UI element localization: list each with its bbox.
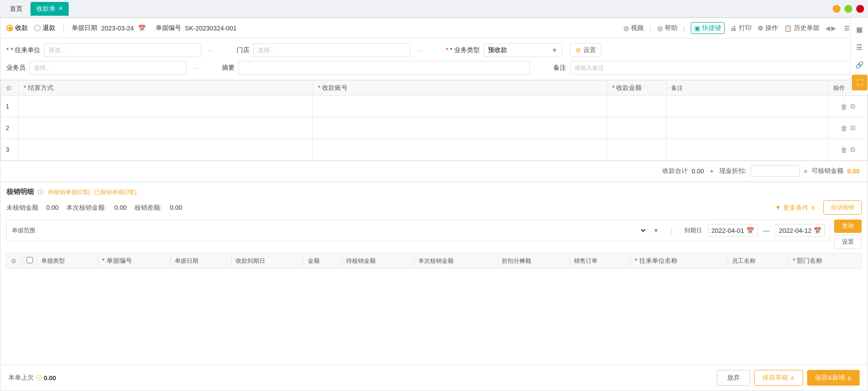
- copy-icon-1[interactable]: ⧉: [850, 102, 855, 111]
- remark-input[interactable]: 请输入备注: [570, 61, 862, 75]
- pending-link[interactable]: 待核销单据(0笔): [48, 188, 90, 196]
- settlement-cell-3[interactable]: [19, 139, 313, 161]
- partner-label: * 往来单位: [6, 46, 40, 55]
- due-date-label: 到期日: [684, 226, 702, 235]
- doc-info: 单据日期 2023-03-24 📅 单据编号 SK-20230324-001: [72, 24, 237, 32]
- save-draft-arrow-icon: ∧: [790, 374, 795, 382]
- row-num-1: 1: [1, 96, 19, 117]
- diff-label: 核销差额:: [135, 203, 162, 212]
- bottom-col-dept: 部门名称: [788, 253, 861, 269]
- receipt-table: ⚙ 结算方式 收款账号 收款金额 备注 操作 1: [0, 80, 868, 161]
- remark-cell-2[interactable]: [666, 117, 828, 139]
- footer-info-icon[interactable]: ⓘ: [36, 374, 42, 382]
- window-minimize-button[interactable]: [833, 5, 841, 13]
- remark-cell-1[interactable]: [666, 96, 828, 117]
- gear-icon[interactable]: ⚙: [6, 84, 12, 92]
- auto-writeoff-button[interactable]: 自动核销: [823, 200, 862, 215]
- date-from-input[interactable]: 2022-04-01 📅: [708, 224, 758, 237]
- calendar-icon[interactable]: 📅: [138, 25, 146, 32]
- toolbar-right: ◎ 视频 | ◎ 帮助 | ▣ 快捷键 🖨 打印 ⚙ 操作 📋: [624, 22, 862, 34]
- video-button[interactable]: ◎ 视频: [624, 24, 644, 32]
- more-conditions-button[interactable]: ▼ 更多条件 ∧: [775, 203, 815, 212]
- row-num-2: 2: [1, 117, 19, 139]
- help-button[interactable]: ◎ 帮助: [657, 24, 678, 32]
- bottom-col-gear[interactable]: ⚙: [7, 253, 23, 269]
- salesman-input[interactable]: 选择...: [29, 61, 187, 75]
- settlement-cell-1[interactable]: [19, 96, 313, 117]
- partner-input[interactable]: 请选...: [44, 43, 201, 57]
- done-link[interactable]: 已核销单据(0笔): [94, 188, 137, 196]
- filter-icon: ▼: [775, 204, 781, 211]
- calendar-from-icon[interactable]: 📅: [746, 227, 754, 234]
- print-button[interactable]: 🖨 打印: [731, 24, 752, 32]
- col-remark: 备注: [666, 81, 828, 96]
- window-maximize-button[interactable]: [844, 5, 852, 13]
- settings-button[interactable]: ⚙ 设置: [570, 43, 601, 57]
- tab-home[interactable]: 首页: [4, 2, 28, 16]
- bottom-col-amount: 金额: [304, 253, 342, 269]
- account-cell-1[interactable]: [313, 96, 607, 117]
- filter-row: 单据范围 ▼ | 到期日 2022-04-01 📅 — 2022-04-12 📅: [6, 220, 830, 241]
- sidebar-table-icon[interactable]: ▦: [852, 22, 868, 37]
- salesman-label: 业务员: [6, 63, 26, 72]
- store-input[interactable]: 选择...: [253, 43, 410, 57]
- select-all-checkbox[interactable]: [27, 257, 33, 263]
- tab-close-icon[interactable]: ✕: [58, 5, 63, 12]
- abandon-button[interactable]: 放弃: [717, 370, 750, 386]
- range-select[interactable]: [41, 226, 647, 234]
- date-separator: —: [763, 227, 770, 234]
- query-button[interactable]: 查询: [834, 220, 862, 233]
- bottom-col-partner: 往来单位名称: [630, 253, 728, 269]
- save-new-button[interactable]: 保存&新增 ∧: [807, 370, 860, 386]
- receipt-radio[interactable]: 收款: [6, 24, 28, 32]
- range-arrow-icon[interactable]: ▼: [653, 227, 659, 234]
- salesman-more-icon[interactable]: ···: [192, 64, 198, 72]
- store-more-icon[interactable]: ···: [416, 46, 422, 54]
- amount-cell-1[interactable]: [607, 96, 666, 117]
- available-label: 可核销金额: [812, 167, 843, 175]
- discount-input[interactable]: [751, 165, 800, 177]
- date-to-input[interactable]: 2022-04-12 📅: [776, 224, 825, 237]
- bottom-col-checkbox: [23, 253, 37, 269]
- calendar-to-icon[interactable]: 📅: [814, 227, 821, 234]
- refund-radio[interactable]: 退款: [34, 24, 55, 32]
- tab-receipt[interactable]: 收款单 ✕: [30, 2, 69, 16]
- bottom-gear-icon[interactable]: ⚙: [11, 257, 17, 265]
- history-button[interactable]: 📋 历史单据: [784, 24, 819, 32]
- summary-input[interactable]: [239, 61, 530, 75]
- bottom-col-doc-num: 单据编号: [98, 253, 171, 269]
- remark-cell-3[interactable]: [666, 139, 828, 161]
- copy-icon-3[interactable]: ⧉: [850, 145, 855, 154]
- account-cell-3[interactable]: [313, 139, 607, 161]
- row-actions-1: 🗑 ⧉: [833, 102, 862, 111]
- store-label: 门店: [237, 46, 249, 55]
- filter-settings-button[interactable]: 设置: [834, 235, 862, 249]
- bottom-col-writeoff: 本次核销金额: [414, 253, 498, 269]
- settlement-cell-2[interactable]: [19, 117, 313, 139]
- table-row: 3 🗑 ⧉: [1, 139, 868, 161]
- amount-cell-2[interactable]: [607, 117, 666, 139]
- summary-label: 摘要: [222, 63, 235, 72]
- nav-right-icon[interactable]: ▶: [831, 25, 836, 32]
- partner-more-icon[interactable]: ···: [207, 46, 213, 54]
- available-value: 0.00: [847, 168, 860, 175]
- shortcut-button[interactable]: ▣ 快捷键: [691, 22, 725, 34]
- writeoff-info-icon[interactable]: ⓘ: [38, 188, 44, 196]
- col-gear[interactable]: ⚙: [1, 81, 19, 96]
- sidebar-expand-icon[interactable]: ⛶: [852, 75, 868, 90]
- delete-icon-3[interactable]: 🗑: [841, 146, 847, 154]
- total-label: 收款合计: [662, 167, 688, 175]
- sidebar-attachment-icon[interactable]: 🔗: [852, 57, 868, 73]
- account-cell-2[interactable]: [313, 117, 607, 139]
- nav-left-icon[interactable]: ◀: [825, 25, 830, 32]
- amount-cell-3[interactable]: [607, 139, 666, 161]
- delete-icon-1[interactable]: 🗑: [841, 103, 847, 111]
- biz-type-select[interactable]: 预收款 ▼: [484, 43, 562, 57]
- operation-button[interactable]: ⚙ 操作: [758, 24, 778, 32]
- delete-icon-2[interactable]: 🗑: [841, 124, 847, 132]
- sidebar-list-icon[interactable]: ☰: [852, 39, 868, 55]
- window-close-button[interactable]: [856, 5, 864, 13]
- summary-row: 收款合计 0.00 + 现金折扣: = 可核销金额 0.00: [0, 161, 868, 181]
- copy-icon-2[interactable]: ⧉: [850, 124, 855, 132]
- save-draft-button[interactable]: 保存草稿 ∧: [754, 370, 803, 386]
